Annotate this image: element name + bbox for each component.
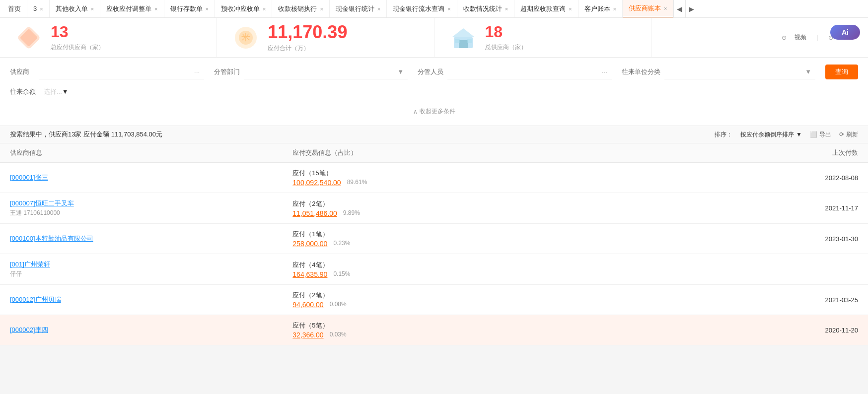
- help-area: ⊙ 视频 ｜ ⊙ 帮助 Ai: [651, 18, 868, 57]
- tab-home[interactable]: 首页: [2, 0, 27, 18]
- supplier-link-4[interactable]: [001]广州荣轩: [10, 260, 292, 269]
- tab-collect-verify[interactable]: 收款核销执行 ×: [272, 0, 329, 18]
- tab-3-close[interactable]: ×: [40, 6, 43, 12]
- table-row[interactable]: [000001]张三 应付（15笔） 100,092,540.00 89.61%…: [0, 163, 868, 193]
- tab-collect-verify-close[interactable]: ×: [320, 6, 323, 12]
- query-button[interactable]: 查询: [825, 65, 858, 79]
- tab-bank-deposit[interactable]: 银行存款单 ×: [164, 0, 215, 18]
- chevron-down-icon: ▼: [397, 68, 404, 75]
- table-row[interactable]: [000100]本特勤油品有限公司 应付（1笔） 258,000.00 0.23…: [0, 224, 868, 254]
- tab-cash-bank-flow-label: 现金银行流水查询: [393, 4, 444, 13]
- supplier-info-6: [000002]李四: [10, 326, 292, 334]
- tab-advance-collect-close[interactable]: ×: [263, 6, 266, 12]
- filter-supplier: 供应商 ···: [10, 65, 204, 79]
- tab-3[interactable]: 3 ×: [27, 0, 50, 18]
- tab-ap-adjust[interactable]: 应收应付调整单 ×: [100, 0, 164, 18]
- supplier-link-1[interactable]: [000001]张三: [10, 173, 292, 182]
- results-bar: 搜索结果中，供应商13家 应付金额 111,703,854.00元 排序： 按应…: [0, 126, 868, 143]
- ai-button[interactable]: Ai: [830, 25, 860, 40]
- last-pay-1: 2022-08-08: [632, 174, 858, 182]
- last-pay-5: 2021-03-25: [632, 296, 858, 304]
- tab-bank-deposit-close[interactable]: ×: [206, 6, 209, 12]
- tab-cash-bank-flow[interactable]: 现金银行流水查询 ×: [387, 0, 457, 18]
- header-supplier: 供应商信息: [10, 148, 292, 157]
- last-pay-3: 2023-01-30: [632, 235, 858, 243]
- tab-other-income[interactable]: 其他收入单 ×: [50, 0, 100, 18]
- refresh-button[interactable]: ⟳ 刷新: [839, 131, 858, 139]
- trans-amount-4[interactable]: 164,635.90: [292, 270, 327, 278]
- stat-label-total-payable: 应付合计（万）: [268, 44, 347, 53]
- trans-desc-3: 应付（1笔）: [292, 230, 328, 239]
- header-lastpay: 上次付数: [632, 148, 858, 157]
- tab-bank-deposit-label: 银行存款单: [170, 4, 203, 13]
- table-row[interactable]: [000012]广州贝瑞 应付（2笔） 94,600.00 0.08% 2021…: [0, 285, 868, 315]
- export-button[interactable]: ⬜ 导出: [810, 131, 831, 139]
- tab-other-income-close[interactable]: ×: [91, 6, 94, 12]
- tab-overdue-collect-close[interactable]: ×: [569, 6, 572, 12]
- stat-info-total-payable: 11,170.39 应付合计（万）: [268, 22, 347, 53]
- tab-supplier-account-close[interactable]: ×: [664, 5, 667, 11]
- stat-info-payable: 13 总应付供应商（家）: [51, 23, 104, 51]
- nav-left-arrow[interactable]: ◀: [673, 0, 685, 18]
- store-icon: [449, 24, 477, 52]
- export-label: 导出: [819, 131, 831, 139]
- supplier-label: 供应商: [10, 67, 35, 76]
- svg-rect-1: [20, 28, 38, 47]
- trans-desc-4: 应付（4笔）: [292, 261, 328, 269]
- dept-select[interactable]: ▼: [244, 65, 408, 79]
- tab-overdue-collect[interactable]: 超期应收款查询 ×: [514, 0, 578, 18]
- chevron-up-icon: ∧: [413, 108, 418, 115]
- tab-customer-account[interactable]: 客户账本 ×: [579, 0, 623, 18]
- trans-desc-1: 应付（15笔）: [292, 169, 332, 178]
- table-row[interactable]: [000007]恒旺二手叉车 王通 17106110000 应付（2笔） 11,…: [0, 193, 868, 224]
- tab-supplier-account[interactable]: 供应商账本 ×: [623, 0, 673, 18]
- tab-advance-collect[interactable]: 预收冲应收单 ×: [215, 0, 272, 18]
- filter-dept: 分管部门 ▼: [214, 65, 408, 79]
- trans-amount-2[interactable]: 11,051,486.00: [292, 209, 337, 217]
- supplier-link-6[interactable]: [000002]李四: [10, 326, 292, 334]
- tab-cash-bank-stat[interactable]: 现金银行统计 ×: [330, 0, 387, 18]
- trans-percent-6: 0.03%: [330, 331, 347, 338]
- ellipsis-icon2: ···: [602, 68, 608, 76]
- collapse-label: 收起更多条件: [420, 107, 455, 116]
- collapse-button[interactable]: ∧ 收起更多条件: [10, 104, 858, 119]
- nav-right-arrow[interactable]: ▶: [685, 0, 697, 18]
- category-label: 往来单位分类: [622, 67, 660, 76]
- supplier-info-4: [001]广州荣轩 仔仔: [10, 260, 292, 278]
- stat-label-total-suppliers: 总供应商（家）: [485, 43, 527, 52]
- supplier-input[interactable]: ···: [39, 65, 204, 79]
- trans-amount-5[interactable]: 94,600.00: [292, 301, 323, 309]
- trans-amount-1[interactable]: 100,092,540.00: [292, 179, 341, 187]
- tab-cash-bank-flow-close[interactable]: ×: [447, 6, 450, 12]
- supplier-link-5[interactable]: [000012]广州贝瑞: [10, 295, 292, 304]
- tab-ap-adjust-close[interactable]: ×: [154, 6, 157, 12]
- trans-percent-5: 0.08%: [330, 301, 347, 308]
- top-navigation: 首页 3 × 其他收入单 × 应收应付调整单 × 银行存款单 × 预收冲应收单 …: [0, 0, 868, 18]
- tab-collect-stat[interactable]: 收款情况统计 ×: [457, 0, 514, 18]
- video-link[interactable]: 视频: [795, 33, 806, 42]
- tab-collect-stat-close[interactable]: ×: [505, 6, 508, 12]
- tab-overdue-collect-label: 超期应收款查询: [520, 4, 566, 13]
- table-row[interactable]: [000002]李四 应付（5笔） 32,366.00 0.03% 2020-1…: [0, 315, 868, 345]
- trans-amount-3[interactable]: 258,000.00: [292, 240, 327, 248]
- table-row[interactable]: [001]广州荣轩 仔仔 应付（4笔） 164,635.90 0.15%: [0, 254, 868, 285]
- balance-select[interactable]: 选择... ▼: [40, 84, 99, 99]
- stats-bar: 13 总应付供应商（家） 米 11,170.39 应付合计（万）: [0, 18, 868, 58]
- supplier-sub-4: 仔仔: [10, 270, 292, 278]
- trans-amount-6[interactable]: 32,366.00: [292, 331, 323, 339]
- person-input[interactable]: ···: [447, 65, 612, 79]
- category-select[interactable]: ▼: [664, 65, 816, 79]
- sort-arrow-icon: ▼: [796, 131, 802, 138]
- supplier-link-3[interactable]: [000100]本特勤油品有限公司: [10, 234, 292, 243]
- svg-rect-7: [459, 40, 468, 48]
- stat-number-total-suppliers: 18: [485, 23, 527, 41]
- tab-customer-account-close[interactable]: ×: [613, 6, 616, 12]
- transaction-info-2: 应付（2笔） 11,051,486.00 9.89%: [292, 199, 632, 217]
- transaction-info-5: 应付（2笔） 94,600.00 0.08%: [292, 291, 632, 309]
- data-table: 供应商信息 应付交易信息（占比） 上次付数 [000001]张三 应付（15笔）…: [0, 143, 868, 345]
- chevron-down-icon2: ▼: [805, 68, 811, 75]
- tab-other-income-label: 其他收入单: [56, 4, 88, 13]
- tab-cash-bank-stat-close[interactable]: ×: [377, 6, 380, 12]
- sort-select[interactable]: 按应付余额倒序排序 ▼: [740, 131, 802, 139]
- supplier-link-2[interactable]: [000007]恒旺二手叉车: [10, 199, 292, 208]
